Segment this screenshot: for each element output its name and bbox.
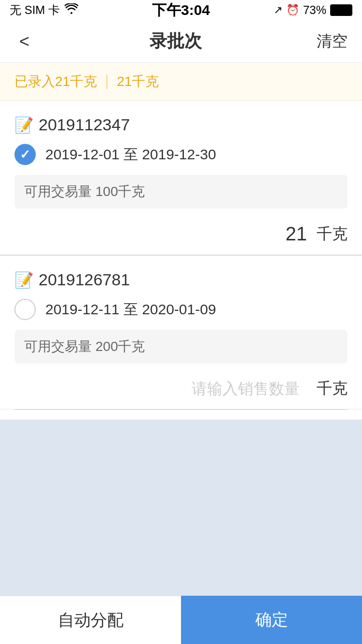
wifi-icon <box>65 3 78 17</box>
status-bar: 无 SIM 卡 下午3:04 ↗ ⏰ 73% <box>0 0 362 20</box>
page-title: 录批次 <box>150 29 202 53</box>
battery-percent: 73% <box>303 3 326 17</box>
batch-date-2: 2019-12-11 至 2020-01-09 <box>45 300 216 320</box>
bottom-bar: 自动分配 确定 <box>0 596 362 644</box>
batch-date-row-1[interactable]: 2019-12-01 至 2019-12-30 <box>0 139 362 170</box>
batch-available-1: 可用交易量 100千克 <box>14 175 348 209</box>
batch-card-2: 📝 2019126781 2019-12-11 至 2020-01-09 可用交… <box>0 256 362 420</box>
batch-number-2: 2019126781 <box>39 270 130 289</box>
batch-number-1: 2019112347 <box>39 115 130 134</box>
clear-button[interactable]: 清空 <box>317 31 348 52</box>
content-area: 📝 2019112347 2019-12-01 至 2019-12-30 可用交… <box>0 101 362 603</box>
batch-available-2: 可用交易量 200千克 <box>14 330 348 364</box>
summary-divider <box>107 74 107 89</box>
nav-bar: < 录批次 清空 <box>0 20 362 63</box>
time-display: 下午3:04 <box>152 0 210 20</box>
batch-date-row-2[interactable]: 2019-12-11 至 2020-01-09 <box>0 294 362 325</box>
status-right: ↗ ⏰ 73% <box>274 3 352 17</box>
batch-header-2: 📝 2019126781 <box>0 256 362 294</box>
batch-qty-unit-2: 千克 <box>317 378 348 399</box>
batch-date-1: 2019-12-01 至 2019-12-30 <box>45 145 216 165</box>
batch-qty-value-1: 21 <box>286 223 307 245</box>
back-button[interactable]: < <box>14 27 34 56</box>
batch-card-1: 📝 2019112347 2019-12-01 至 2019-12-30 可用交… <box>0 101 362 255</box>
confirm-button[interactable]: 确定 <box>181 596 362 644</box>
alarm-icon: ⏰ <box>286 4 299 16</box>
total-label: 21千克 <box>117 72 159 91</box>
battery-icon <box>330 4 352 16</box>
spacer <box>0 410 362 420</box>
batch-qty-unit-1: 千克 <box>317 224 348 245</box>
batch-qty-row-1: 21 千克 <box>0 213 362 255</box>
auto-distribute-button[interactable]: 自动分配 <box>0 596 181 644</box>
batch-header-1: 📝 2019112347 <box>0 101 362 139</box>
location-icon: ↗ <box>274 4 282 16</box>
recorded-label: 已录入21千克 <box>14 72 97 91</box>
batch-checkbox-1[interactable] <box>14 144 36 165</box>
batch-checkbox-2[interactable] <box>14 299 36 320</box>
carrier-text: 无 SIM 卡 <box>10 2 60 18</box>
gray-area <box>0 420 362 603</box>
batch-qty-input-row-2[interactable]: 千克 <box>0 368 362 409</box>
batch-qty-input-2[interactable] <box>14 380 307 398</box>
status-left: 无 SIM 卡 <box>10 2 78 18</box>
batch-icon-1: 📝 <box>14 116 34 134</box>
summary-bar: 已录入21千克 21千克 <box>0 63 362 101</box>
batch-icon-2: 📝 <box>14 271 34 289</box>
